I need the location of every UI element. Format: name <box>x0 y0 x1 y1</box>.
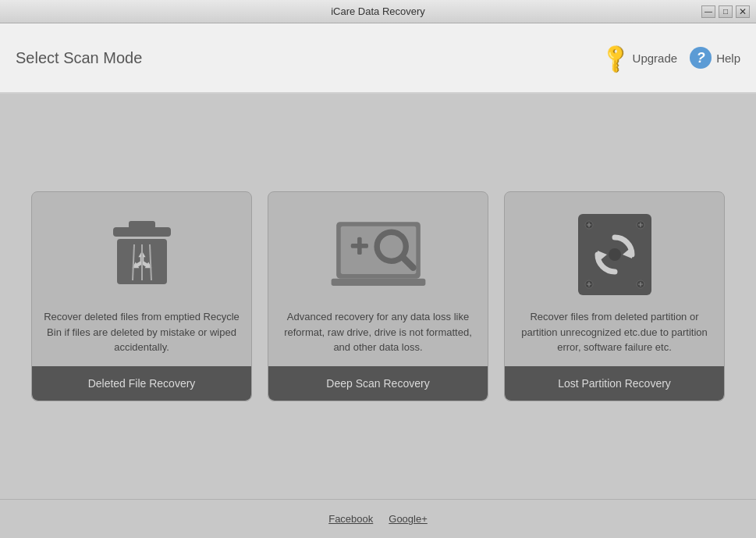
laptop-search-icon <box>328 212 429 298</box>
deep-scan-card[interactable]: Advanced recovery for any data loss like… <box>268 191 488 401</box>
page-title: Select Scan Mode <box>16 49 142 67</box>
minimize-button[interactable]: — <box>701 5 715 18</box>
facebook-link[interactable]: Facebook <box>328 513 373 525</box>
upgrade-label: Upgrade <box>633 52 678 65</box>
cards-container: Recover deleted files from emptied Recyc… <box>31 191 725 401</box>
lost-partition-button[interactable]: Lost Partition Recovery <box>505 366 724 401</box>
window-controls: — □ ✕ <box>701 5 750 18</box>
google-link[interactable]: Google+ <box>389 513 428 525</box>
svg-point-28 <box>609 248 621 261</box>
lost-partition-description: Recover files from deleted partition or … <box>505 309 724 366</box>
help-icon: ? <box>690 47 712 69</box>
upgrade-button[interactable]: 🔑 Upgrade <box>603 46 678 70</box>
deleted-file-card[interactable]: Recover deleted files from emptied Recyc… <box>31 191 252 401</box>
lost-partition-icon-area <box>556 192 673 309</box>
deleted-file-description: Recover deleted files from emptied Recyc… <box>32 309 251 366</box>
window-title: iCare Data Recovery <box>331 5 425 17</box>
header: Select Scan Mode 🔑 Upgrade ? Help <box>0 23 756 94</box>
deleted-file-button[interactable]: Deleted File Recovery <box>32 366 251 401</box>
title-bar: iCare Data Recovery — □ ✕ <box>0 0 756 23</box>
deep-scan-description: Advanced recovery for any data loss like… <box>268 309 488 366</box>
hdd-recovery-icon <box>572 208 658 301</box>
lost-partition-card[interactable]: Recover files from deleted partition or … <box>504 191 725 401</box>
help-button[interactable]: ? Help <box>690 47 740 69</box>
svg-rect-10 <box>357 237 362 255</box>
trash-recycle-icon <box>99 212 185 298</box>
deleted-file-icon-area <box>83 192 201 309</box>
deep-scan-icon-area <box>312 192 445 309</box>
footer: Facebook Google+ <box>0 499 756 538</box>
header-actions: 🔑 Upgrade ? Help <box>603 46 740 70</box>
maximize-button[interactable]: □ <box>719 5 733 18</box>
svg-rect-1 <box>129 221 155 229</box>
close-button[interactable]: ✕ <box>736 5 750 18</box>
svg-rect-8 <box>331 279 425 286</box>
deep-scan-button[interactable]: Deep Scan Recovery <box>268 366 488 401</box>
help-label: Help <box>716 52 740 65</box>
key-icon: 🔑 <box>598 41 633 76</box>
main-content: Recover deleted files from emptied Recyc… <box>0 94 756 499</box>
